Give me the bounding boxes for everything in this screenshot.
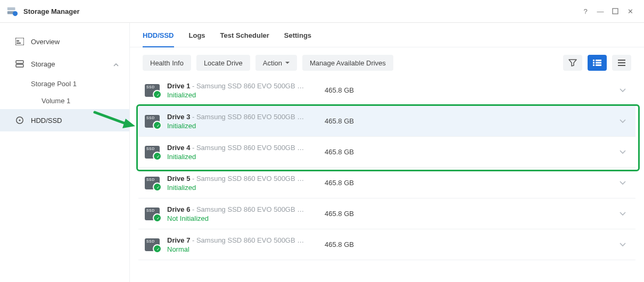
tab-strip: HDD/SSD Logs Test Scheduler Settings: [130, 23, 644, 47]
svg-rect-17: [618, 60, 625, 61]
maximize-button[interactable]: [608, 4, 623, 19]
overview-icon: [15, 37, 24, 46]
drive-status: Initialized: [167, 122, 317, 130]
ssd-icon: ✓: [145, 177, 160, 189]
drive-capacity: 465.8 GB: [325, 240, 389, 248]
svg-rect-12: [593, 62, 595, 64]
drive-model: - Samsung SSD 860 EVO 500GB …: [190, 205, 304, 213]
drive-info: Drive 1 - Samsung SSD 860 EVO 500GB …Ini…: [167, 82, 317, 99]
svg-rect-11: [593, 60, 595, 61]
drive-list: ✓Drive 1 - Samsung SSD 860 EVO 500GB …In…: [130, 75, 644, 260]
sidebar-item-storage-pool-1[interactable]: Storage Pool 1: [0, 75, 129, 92]
chevron-down-icon: [620, 210, 626, 218]
app-window: Storage Manager ? — ✕ Overview Storage: [0, 0, 644, 282]
drive-status: Initialized: [167, 184, 317, 192]
sidebar-item-hdd-ssd[interactable]: HDD/SSD: [0, 109, 129, 131]
chevron-down-icon: [620, 117, 626, 125]
action-dropdown[interactable]: Action: [255, 55, 297, 71]
drive-row[interactable]: ✓Drive 7 - Samsung SSD 860 EVO 500GB …No…: [138, 229, 635, 260]
drive-capacity: 465.8 GB: [325, 179, 389, 187]
sidebar-item-label: Storage Pool 1: [31, 80, 77, 88]
health-info-button[interactable]: Health Info: [143, 55, 191, 71]
drive-row[interactable]: ✓Drive 3 - Samsung SSD 860 EVO 500GB …In…: [138, 106, 635, 137]
drive-status: Normal: [167, 245, 317, 253]
sidebar: Overview Storage Storage Pool 1 Volume 1: [0, 23, 130, 282]
drive-info: Drive 3 - Samsung SSD 860 EVO 500GB …Ini…: [167, 113, 317, 130]
tab-settings[interactable]: Settings: [284, 31, 311, 47]
chevron-down-icon: [620, 179, 626, 187]
svg-rect-13: [593, 64, 595, 66]
titlebar: Storage Manager ? — ✕: [0, 0, 644, 23]
drive-model: - Samsung SSD 860 EVO 500GB …: [190, 175, 304, 183]
locate-drive-button[interactable]: Locate Drive: [196, 55, 250, 71]
drive-status: Initialized: [167, 91, 317, 99]
drive-capacity: 465.8 GB: [325, 148, 389, 156]
svg-rect-8: [16, 64, 23, 67]
ssd-icon: ✓: [145, 115, 160, 128]
hdd-icon: [15, 115, 24, 125]
tab-hdd-ssd[interactable]: HDD/SSD: [143, 31, 174, 47]
drive-row[interactable]: ✓Drive 4 - Samsung SSD 860 EVO 500GB …In…: [138, 137, 635, 168]
drive-status: Initialized: [167, 153, 317, 161]
sidebar-item-label: Volume 1: [42, 97, 70, 105]
chevron-up-icon: [113, 60, 119, 68]
drive-info: Drive 6 - Samsung SSD 860 EVO 500GB …Not…: [167, 205, 317, 222]
drive-row[interactable]: ✓Drive 5 - Samsung SSD 860 EVO 500GB …In…: [138, 168, 635, 198]
drive-capacity: 465.8 GB: [325, 86, 389, 94]
list-view-button[interactable]: [588, 55, 607, 71]
help-button[interactable]: ?: [578, 4, 593, 19]
drive-name: Drive 3: [167, 113, 190, 121]
drive-row[interactable]: ✓Drive 6 - Samsung SSD 860 EVO 500GB …No…: [138, 198, 635, 229]
ssd-icon: ✓: [145, 146, 160, 159]
toolbar: Health Info Locate Drive Action Manage A…: [130, 47, 644, 75]
drive-name: Drive 5: [167, 175, 190, 183]
svg-rect-6: [16, 43, 21, 44]
chevron-down-icon: [620, 240, 626, 248]
drive-model: - Samsung SSD 860 EVO 500GB …: [190, 82, 304, 90]
svg-rect-7: [16, 61, 23, 63]
drive-capacity: 465.8 GB: [325, 210, 389, 218]
ssd-icon: ✓: [145, 208, 160, 220]
svg-rect-3: [613, 9, 618, 14]
drive-name: Drive 7: [167, 236, 190, 244]
app-icon: [6, 5, 18, 17]
drive-model: - Samsung SSD 860 EVO 500GB …: [190, 144, 304, 152]
svg-rect-15: [596, 62, 601, 64]
drive-name: Drive 6: [167, 205, 190, 213]
sidebar-item-volume-1[interactable]: Volume 1: [0, 92, 129, 109]
svg-point-10: [19, 119, 20, 121]
window-title: Storage Manager: [23, 7, 79, 15]
drive-info: Drive 5 - Samsung SSD 860 EVO 500GB …Ini…: [167, 175, 317, 192]
storage-icon: [15, 59, 24, 69]
tab-logs[interactable]: Logs: [189, 31, 205, 47]
filter-button[interactable]: [563, 55, 582, 71]
main-panel: HDD/SSD Logs Test Scheduler Settings Hea…: [130, 23, 644, 282]
drive-name: Drive 4: [167, 144, 190, 152]
tab-test-scheduler[interactable]: Test Scheduler: [220, 31, 269, 47]
sidebar-item-label: HDD/SSD: [31, 117, 62, 125]
drive-info: Drive 4 - Samsung SSD 860 EVO 500GB …Ini…: [167, 144, 317, 161]
drive-model: - Samsung SSD 860 EVO 500GB …: [190, 236, 304, 244]
close-button[interactable]: ✕: [623, 4, 638, 19]
svg-rect-14: [596, 60, 601, 61]
drive-status: Not Initialized: [167, 214, 317, 222]
minimize-button[interactable]: —: [593, 4, 608, 19]
svg-rect-16: [596, 64, 601, 66]
compact-view-button[interactable]: [612, 55, 631, 71]
sidebar-item-label: Storage: [31, 60, 55, 68]
drive-info: Drive 7 - Samsung SSD 860 EVO 500GB …Nor…: [167, 236, 317, 253]
drive-row[interactable]: ✓Drive 1 - Samsung SSD 860 EVO 500GB …In…: [138, 75, 635, 106]
drive-model: - Samsung SSD 860 EVO 500GB …: [190, 113, 304, 121]
sidebar-item-overview[interactable]: Overview: [0, 30, 129, 53]
svg-point-2: [13, 11, 18, 16]
ssd-icon: ✓: [145, 84, 160, 97]
sidebar-item-storage[interactable]: Storage: [0, 53, 129, 75]
svg-rect-0: [7, 7, 15, 11]
ssd-icon: ✓: [145, 238, 160, 251]
svg-rect-19: [618, 65, 625, 66]
chevron-down-icon: [620, 86, 626, 94]
svg-rect-5: [16, 40, 19, 42]
drive-capacity: 465.8 GB: [325, 117, 389, 125]
manage-drives-button[interactable]: Manage Available Drives: [302, 55, 393, 71]
drive-name: Drive 1: [167, 82, 190, 90]
